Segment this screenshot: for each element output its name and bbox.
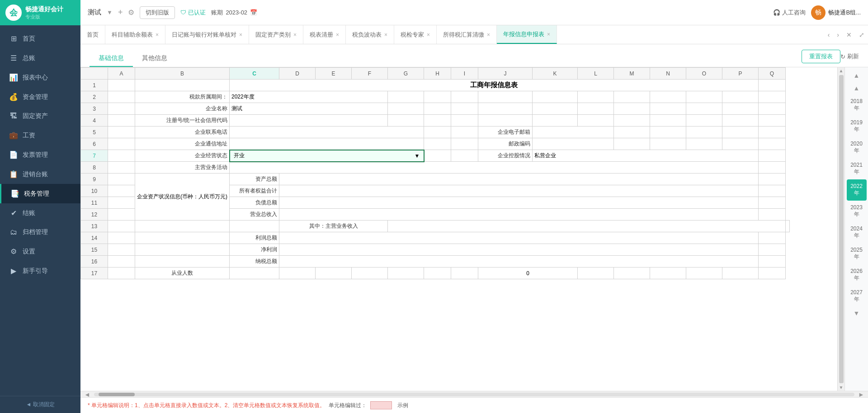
cell-o17[interactable]	[686, 268, 722, 279]
sidebar-item-设置[interactable]: ⚙设置	[0, 242, 80, 261]
cell-q13[interactable]	[786, 221, 790, 232]
cell-j4[interactable]	[478, 115, 533, 127]
cell-b5[interactable]: 企业联系电话	[135, 127, 230, 138]
cell-b8[interactable]: 主营业务活动	[135, 162, 230, 174]
cell-p17[interactable]	[722, 268, 759, 279]
cell-d12[interactable]	[279, 209, 759, 221]
year-down-btn[interactable]: ▼	[849, 307, 865, 319]
cell-h7[interactable]	[424, 150, 451, 162]
cell-m5[interactable]	[614, 127, 650, 138]
cell-c12[interactable]: 营业总收入	[230, 209, 279, 221]
tab-close-icon[interactable]: ×	[156, 32, 159, 38]
cell-q4[interactable]	[759, 115, 786, 127]
tab-prev-btn[interactable]: ‹	[824, 31, 834, 38]
cell-m4[interactable]	[614, 115, 650, 127]
cell-j6[interactable]: 邮政编码	[478, 138, 533, 150]
sidebar-item-归档管理[interactable]: 🗂归档管理	[0, 223, 80, 242]
cell-b4[interactable]: 注册号/统一社会信用代码	[135, 115, 230, 127]
cell-c11[interactable]: 负债总额	[230, 197, 279, 209]
tab-close-icon[interactable]: ×	[336, 32, 339, 38]
calendar-icon[interactable]: 📅	[250, 9, 257, 16]
cell-d14[interactable]	[279, 232, 759, 244]
cell-b9[interactable]: 企业资产状况信息(币种：人民币万元)	[135, 174, 230, 221]
tab-next-btn[interactable]: ›	[833, 31, 843, 38]
cell-j2[interactable]	[478, 91, 533, 103]
tab-首页[interactable]: 首页	[80, 25, 105, 44]
cell-a8[interactable]	[108, 162, 135, 174]
cell-q6[interactable]	[759, 138, 786, 150]
cell-n17[interactable]	[650, 268, 686, 279]
cell-c13[interactable]	[230, 221, 279, 232]
cell-a16[interactable]	[108, 256, 135, 268]
year-item-2023年[interactable]: 2023年	[847, 201, 867, 222]
hscroll-bar[interactable]: ◄ ►	[80, 391, 868, 397]
cell-q7[interactable]	[759, 150, 786, 162]
topbar-dropdown-icon[interactable]: ▼	[107, 9, 113, 16]
cell-e17[interactable]	[316, 268, 352, 279]
cell-q8[interactable]	[759, 162, 786, 174]
cell-d13[interactable]: 其中：主营业务收入	[279, 221, 388, 232]
cell-p2[interactable]	[722, 91, 759, 103]
cell-c14[interactable]: 利润总额	[230, 232, 279, 244]
cell-p4[interactable]	[722, 115, 759, 127]
cell-c16[interactable]: 纳税总额	[230, 256, 279, 268]
cell-b14[interactable]	[135, 232, 230, 244]
col-header-i[interactable]: I	[451, 68, 478, 80]
tab-年报信息申报表[interactable]: 年报信息申报表×	[497, 25, 557, 44]
year-item-2027年[interactable]: 2027年	[847, 286, 867, 307]
tab-税检专家[interactable]: 税检专家×	[394, 25, 437, 44]
cell-a7[interactable]	[108, 150, 135, 162]
topbar-add-btn[interactable]: +	[118, 8, 123, 17]
cell-c15[interactable]: 净利润	[230, 244, 279, 256]
cell-c4[interactable]	[230, 115, 388, 127]
cell-n6[interactable]	[650, 138, 686, 150]
sidebar-item-新手引导[interactable]: ▶新手引导	[0, 261, 80, 281]
col-header-e[interactable]: E	[316, 68, 352, 80]
cell-b1[interactable]	[135, 80, 230, 91]
cell-k6[interactable]	[533, 138, 614, 150]
cell-i2[interactable]	[451, 91, 478, 103]
cell-h4[interactable]	[424, 115, 451, 127]
cell-a10[interactable]	[108, 185, 135, 197]
cell-o6[interactable]	[686, 138, 722, 150]
cell-m17[interactable]	[614, 268, 650, 279]
sidebar-item-结账[interactable]: ✔结账	[0, 203, 80, 223]
sidebar-item-税务管理[interactable]: 📑税务管理	[0, 184, 80, 203]
tab-日记账与银行对账单核对[interactable]: 日记账与银行对账单核对×	[165, 25, 249, 44]
col-header-j[interactable]: J	[478, 68, 533, 80]
cell-b17[interactable]: 从业人数	[135, 268, 230, 279]
cell-l2[interactable]	[578, 91, 614, 103]
cell-d10[interactable]	[279, 185, 759, 197]
col-header-k[interactable]: K	[533, 68, 578, 80]
tab-close-icon[interactable]: ×	[487, 32, 490, 38]
cell-f17[interactable]	[352, 268, 388, 279]
cell-h6[interactable]	[424, 138, 451, 150]
col-header-d[interactable]: D	[279, 68, 316, 80]
cell-d17[interactable]	[279, 268, 316, 279]
cell-g13[interactable]	[388, 221, 786, 232]
cell-q17[interactable]	[759, 268, 786, 279]
vscroll-bar[interactable]: ▲ ▼	[837, 67, 844, 391]
tab-close-icon[interactable]: ×	[427, 32, 430, 38]
cell-m6[interactable]	[614, 138, 650, 150]
col-header-c[interactable]: C	[230, 68, 279, 80]
cell-m3[interactable]	[614, 103, 650, 115]
year-up2-btn[interactable]: ▲	[849, 82, 865, 94]
tab-税表清册[interactable]: 税表清册×	[303, 25, 346, 44]
cell-q12[interactable]	[759, 209, 786, 221]
cell-c10[interactable]: 所有者权益合计	[230, 185, 279, 197]
tab-所得税汇算清缴[interactable]: 所得税汇算清缴×	[437, 25, 497, 44]
year-item-2019年[interactable]: 2019年	[847, 116, 867, 137]
cell-h5[interactable]	[424, 127, 451, 138]
cell-k5[interactable]	[533, 127, 614, 138]
cell-h2[interactable]	[424, 91, 451, 103]
tab-expand-btn[interactable]: ⤢	[855, 31, 868, 38]
cell-title[interactable]: 工商年报信息表	[230, 80, 759, 91]
cell-p5[interactable]	[722, 127, 759, 138]
cell-l17[interactable]	[578, 268, 614, 279]
col-header-q[interactable]: Q	[759, 68, 786, 80]
cell-q11[interactable]	[759, 197, 786, 209]
tab-close-icon[interactable]: ×	[384, 32, 387, 38]
cell-l4[interactable]	[578, 115, 614, 127]
cell-i17[interactable]	[451, 268, 478, 279]
